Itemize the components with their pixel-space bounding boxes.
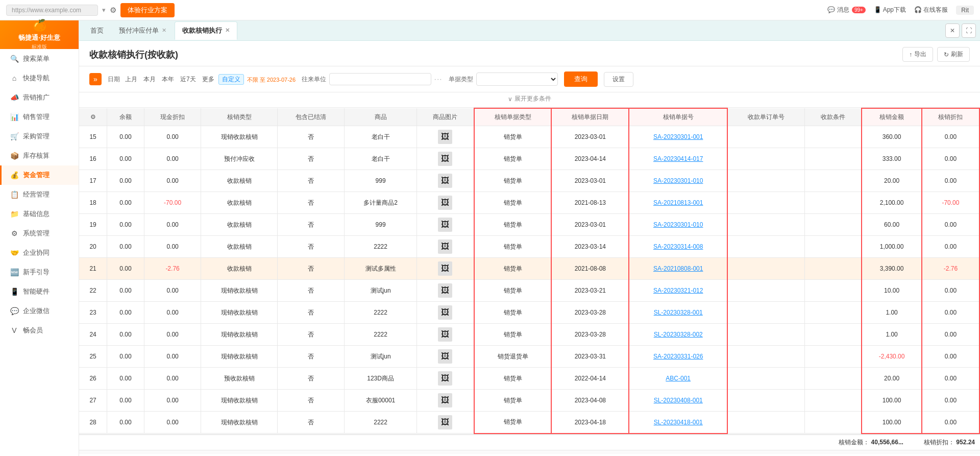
td-verify_bill_date: 2023-04-14 xyxy=(551,148,629,170)
td-include_settled: 否 xyxy=(278,170,345,192)
bill-no-link[interactable]: SA-20230301-010 xyxy=(653,221,703,228)
td-verify_bill_date: 2023-04-18 xyxy=(551,412,629,434)
sidebar-item-inventory[interactable]: 📦库存核算 xyxy=(0,146,79,165)
sidebar-item-search-menu[interactable]: 🔍搜索菜单 xyxy=(0,49,79,68)
td-verify_bill_no[interactable]: SA-20210808-001 xyxy=(629,258,727,280)
td-verify_bill_no[interactable]: SA-20230301-010 xyxy=(629,214,727,236)
address-bar[interactable]: https://www.example.com xyxy=(6,5,98,16)
maximize-btn[interactable]: ⛶ xyxy=(962,23,976,38)
sidebar-item-basic-info[interactable]: 📁基础信息 xyxy=(0,204,79,224)
date-btn-last-month[interactable]: 上月 xyxy=(123,74,139,85)
td-verify_bill_no[interactable]: SL-20230328-002 xyxy=(629,324,727,346)
bill-no-link[interactable]: SA-20230331-026 xyxy=(653,353,703,360)
table-row: 270.000.00现销收款核销否衣服00001🖼销货单2023-04-08SL… xyxy=(79,390,979,412)
bill-no-link[interactable]: SL-20230408-001 xyxy=(654,397,703,404)
tab-prepaid[interactable]: 预付冲应付单✕ xyxy=(112,21,174,40)
td-verify_type: 现销收款核销 xyxy=(201,412,278,434)
tab-collection[interactable]: 收款核销执行✕ xyxy=(175,21,237,40)
td-verify_amount: 333.00 xyxy=(862,148,921,170)
td-verify_discount: 0.00 xyxy=(922,236,979,258)
bill-no-link[interactable]: SA-20230321-012 xyxy=(653,287,703,294)
td-verify_bill_no[interactable]: SA-20230331-026 xyxy=(629,346,727,368)
td-verify_bill_no[interactable]: SL-20230418-001 xyxy=(629,412,727,434)
bill-no-link[interactable]: SL-20230328-001 xyxy=(654,309,703,316)
bill-no-link[interactable]: ABC-001 xyxy=(666,375,691,382)
bill-no-link[interactable]: SA-20210808-001 xyxy=(653,265,703,272)
td-verify_bill_date: 2023-04-08 xyxy=(551,390,629,412)
tab-close-prepaid[interactable]: ✕ xyxy=(162,27,166,34)
date-btn-this-month[interactable]: 本月 xyxy=(141,74,158,85)
td-verify_bill_no[interactable]: ABC-001 xyxy=(629,368,727,390)
td-verify_amount: 100.00 xyxy=(862,412,921,434)
date-btn-more[interactable]: 更多 xyxy=(200,74,216,85)
app-download-btn[interactable]: 📱 App下载 xyxy=(874,6,906,14)
date-btn-custom[interactable]: 自定义 xyxy=(218,74,244,85)
sidebar-label-guide: 新手引导 xyxy=(23,268,50,277)
query-btn[interactable]: 查询 xyxy=(564,71,598,87)
td-settings: 24 xyxy=(79,324,107,346)
td-verify_bill_no[interactable]: SA-20230301-010 xyxy=(629,170,727,192)
td-verify_bill_no[interactable]: SA-20230314-008 xyxy=(629,236,727,258)
td-goods: 老白干 xyxy=(345,148,417,170)
sidebar: 🍊 畅捷通·好生意 标准版 🔍搜索菜单⌂快捷导航📣营销推广📊销售管理🛒采购管理📦… xyxy=(0,20,79,456)
horizontal-scrollbar[interactable] xyxy=(79,450,980,454)
message-btn[interactable]: 💬 消息 99+ xyxy=(827,6,866,14)
sidebar-label-smart-hardware: 智能硬件 xyxy=(23,287,50,296)
close-tab-btn[interactable]: ✕ xyxy=(945,23,960,38)
table-row: 230.000.00现销收款核销否2222🖼销货单2023-03-28SL-20… xyxy=(79,302,979,324)
td-verify_bill_no[interactable]: SA-20230321-012 xyxy=(629,280,727,302)
bill-no-link[interactable]: SA-20230301-010 xyxy=(653,177,703,184)
td-verify_bill_date: 2021-08-08 xyxy=(551,258,629,280)
td-verify_bill_no[interactable]: SA-20230414-017 xyxy=(629,148,727,170)
bill-no-link[interactable]: SL-20230328-002 xyxy=(654,331,703,338)
sidebar-item-marketing[interactable]: 📣营销推广 xyxy=(0,88,79,107)
bill-no-link[interactable]: SA-20230314-008 xyxy=(653,243,703,250)
date-btn-this-year[interactable]: 本年 xyxy=(160,74,176,85)
message-badge: 99+ xyxy=(852,7,866,13)
sidebar-item-finance[interactable]: 💰资金管理 xyxy=(0,165,79,185)
td-verify_bill_no[interactable]: SA-20230301-001 xyxy=(629,126,727,148)
refresh-icon: ↻ xyxy=(944,51,949,58)
tab-home[interactable]: 首页 xyxy=(83,21,111,40)
user-label[interactable]: Rit xyxy=(956,6,974,15)
export-btn[interactable]: ↑ 导出 xyxy=(902,47,933,62)
sidebar-item-smart-hardware[interactable]: 📱智能硬件 xyxy=(0,282,79,301)
td-verify_bill_no[interactable]: SL-20230408-001 xyxy=(629,390,727,412)
bill-no-link[interactable]: SA-20230414-017 xyxy=(653,155,703,162)
sidebar-item-sales[interactable]: 📊销售管理 xyxy=(0,107,79,127)
td-verify_bill_no[interactable]: SL-20230328-001 xyxy=(629,302,727,324)
filter-settings-btn[interactable]: 设置 xyxy=(604,72,633,87)
sidebar-items: 🔍搜索菜单⌂快捷导航📣营销推广📊销售管理🛒采购管理📦库存核算💰资金管理📋经营管理… xyxy=(0,49,79,340)
sidebar-item-system[interactable]: ⚙系统管理 xyxy=(0,224,79,243)
sidebar-item-guide[interactable]: 🆕新手引导 xyxy=(0,262,79,282)
expand-more-conditions[interactable]: ∨ 展开更多条件 xyxy=(89,92,970,105)
sidebar-item-enterprise[interactable]: 🤝企业协同 xyxy=(0,243,79,262)
gear-icon[interactable]: ⚙ xyxy=(110,6,116,15)
service-btn[interactable]: 🎧 在线客服 xyxy=(914,6,948,14)
partner-input[interactable] xyxy=(329,73,431,85)
sidebar-item-operations[interactable]: 📋经营管理 xyxy=(0,185,79,204)
sidebar-item-member[interactable]: V畅会员 xyxy=(0,321,79,340)
sidebar-item-wechat[interactable]: 💬企业微信 xyxy=(0,301,79,321)
sidebar-label-member: 畅会员 xyxy=(23,326,43,335)
td-verify_bill_date: 2021-08-13 xyxy=(551,192,629,214)
td-verify_bill_no[interactable]: SA-20210813-001 xyxy=(629,192,727,214)
bill-no-link[interactable]: SA-20230301-001 xyxy=(653,133,703,140)
td-collection_order_no xyxy=(727,258,804,280)
td-goods: 测试jun xyxy=(345,280,417,302)
sidebar-item-purchase[interactable]: 🛒采购管理 xyxy=(0,127,79,146)
table-footer: 核销金额： 40,556,66... 核销折扣： 952.24 xyxy=(79,434,980,450)
date-btn-7days[interactable]: 近7天 xyxy=(178,74,198,85)
bill-type-select[interactable] xyxy=(476,73,558,86)
message-label: 消息 xyxy=(837,6,849,13)
td-goods: 999 xyxy=(345,214,417,236)
sidebar-item-quick-nav[interactable]: ⌂快捷导航 xyxy=(0,68,79,88)
bill-no-link[interactable]: SL-20230418-001 xyxy=(654,419,703,426)
td-collection_condition xyxy=(804,368,862,390)
tab-close-collection[interactable]: ✕ xyxy=(225,27,230,34)
dropdown-icon[interactable]: ▾ xyxy=(102,6,106,14)
filter-expand-btn[interactable]: » xyxy=(89,73,102,85)
industry-btn[interactable]: 体验行业方案 xyxy=(120,3,175,17)
bill-no-link[interactable]: SA-20210813-001 xyxy=(653,199,703,206)
refresh-btn[interactable]: ↻ 刷新 xyxy=(937,47,970,62)
